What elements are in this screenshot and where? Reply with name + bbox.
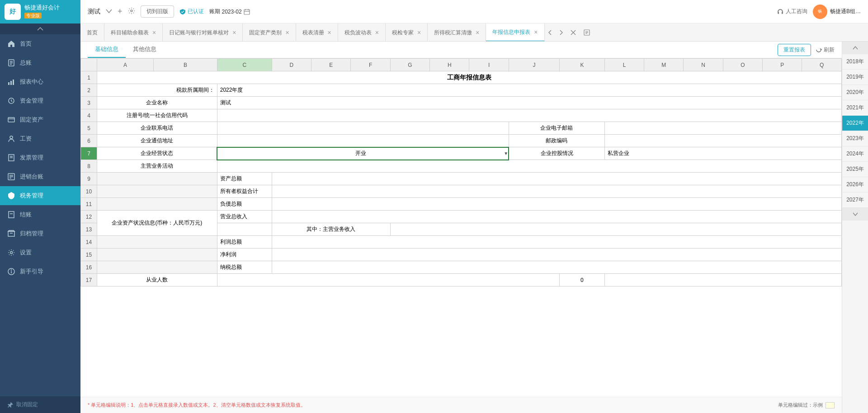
sidebar-item-close[interactable]: 结账 [0, 205, 80, 224]
spreadsheet-wrapper[interactable]: A B C D E F G H I J K L [80, 58, 842, 397]
sidebar-item-settings[interactable]: 设置 [0, 243, 80, 262]
cell-7-holding[interactable]: 私营企业 [604, 147, 841, 160]
refresh-btn[interactable]: 刷新 [816, 46, 835, 54]
col-header-n[interactable]: N [684, 59, 723, 71]
col-header-a[interactable]: A [97, 59, 154, 71]
sidebar-item-archive[interactable]: 归档管理 [0, 224, 80, 243]
col-header-c[interactable]: C [217, 59, 272, 71]
tab-close-aux[interactable]: × [152, 29, 156, 36]
cell-13-value[interactable] [390, 223, 841, 236]
sidebar-item-salary[interactable]: 工资 [0, 129, 80, 148]
tab-taxform[interactable]: 税表清册 × [296, 23, 338, 42]
sidebar-item-invoice[interactable]: 发票管理 [0, 148, 80, 167]
cell-5-phone[interactable] [217, 122, 509, 135]
cell-6-zip[interactable] [604, 135, 841, 147]
tab-close-income[interactable]: × [476, 29, 479, 36]
year-item-2021[interactable]: 2021年 [842, 100, 868, 116]
tab-close-journal[interactable]: × [232, 29, 236, 36]
year-item-2018[interactable]: 2018年 [842, 54, 868, 70]
sidebar-item-ledger[interactable]: 总账 [0, 53, 80, 72]
sidebar-item-report[interactable]: 报表中心 [0, 72, 80, 91]
tab-expand-btn[interactable] [580, 23, 594, 42]
col-header-o[interactable]: O [723, 59, 762, 71]
cell-14-value[interactable] [272, 236, 841, 249]
topbar-settings-btn[interactable] [128, 7, 135, 16]
cell-10-value[interactable] [272, 185, 841, 198]
col-header-j[interactable]: J [509, 59, 559, 71]
cell-6-address[interactable] [217, 135, 509, 147]
cell-15-value[interactable] [272, 249, 841, 261]
col-header-m[interactable]: M [644, 59, 684, 71]
topbar-service-btn[interactable]: 人工咨询 [777, 8, 807, 15]
sidebar-item-tax[interactable]: 税务管理 [0, 186, 80, 205]
topbar-user[interactable]: 畅 畅捷通B组… [813, 5, 861, 19]
tab-close-taxwave[interactable]: × [375, 29, 379, 36]
tab-income[interactable]: 所得税汇算清缴 × [428, 23, 486, 42]
switch-old-btn[interactable]: 切到旧版 [141, 5, 174, 18]
cell-5-email[interactable] [604, 122, 841, 135]
year-item-2026[interactable]: 2026年 [842, 177, 868, 192]
sidebar-item-guide[interactable]: 新手引导 [0, 262, 80, 281]
year-item-2025[interactable]: 2025年 [842, 162, 868, 177]
year-panel-scroll-down[interactable] [842, 208, 868, 221]
tab-close-fixed[interactable]: × [285, 29, 289, 36]
col-header-q[interactable]: Q [802, 59, 842, 71]
col-header-h[interactable]: H [430, 59, 469, 71]
sheet-tab-basic[interactable]: 基础信息 [88, 42, 126, 58]
cell-17-rest[interactable] [604, 274, 841, 286]
cell-3-value[interactable]: 测试 [217, 97, 841, 109]
year-item-2020[interactable]: 2020年 [842, 85, 868, 100]
col-header-l[interactable]: L [604, 59, 644, 71]
year-item-2022[interactable]: 2022年 [842, 116, 868, 131]
tab-prev-btn[interactable] [545, 23, 556, 42]
col-header-b[interactable]: B [154, 59, 217, 71]
cell-16-value[interactable] [272, 261, 841, 274]
tab-close-annual[interactable]: × [534, 28, 538, 36]
tab-journal[interactable]: 日记账与银行对账单核对 × [163, 23, 243, 42]
tab-fixed[interactable]: 固定资产类别 × [243, 23, 296, 42]
col-header-f[interactable]: F [351, 59, 390, 71]
col-header-k[interactable]: K [560, 59, 605, 71]
tab-annual[interactable]: 年报信息申报表 × [486, 23, 544, 42]
cell-9-value[interactable] [272, 173, 841, 185]
col-header-d[interactable]: D [272, 59, 311, 71]
topbar-add-btn[interactable]: + [118, 7, 123, 16]
sidebar-scroll-up[interactable] [0, 23, 80, 34]
year-panel-scroll-up[interactable] [842, 42, 868, 54]
tab-close-taxcheck[interactable]: × [417, 29, 421, 36]
col-header-g[interactable]: G [390, 59, 429, 71]
col-header-i[interactable]: I [469, 59, 509, 71]
cell-12-value[interactable] [272, 211, 841, 223]
sidebar-item-home[interactable]: 首页 [0, 34, 80, 53]
topbar-dropdown-icon[interactable] [106, 9, 112, 15]
tab-aux[interactable]: 科目辅助余额表 × [104, 23, 163, 42]
sidebar-item-fund[interactable]: 资金管理 [0, 91, 80, 110]
cell-7-status[interactable]: 开业 ▼ [217, 147, 509, 160]
tab-home[interactable]: 首页 [80, 23, 104, 42]
year-item-2027[interactable]: 2027年 [842, 192, 868, 208]
col-header-e[interactable]: E [311, 59, 351, 71]
tab-next-btn[interactable] [556, 23, 566, 42]
sidebar-item-asset[interactable]: 固定资产 [0, 110, 80, 129]
year-panel-collapse-btn[interactable] [842, 216, 842, 239]
cell-2-value[interactable]: 2022年度 [217, 84, 841, 97]
tab-close-taxform[interactable]: × [328, 29, 331, 36]
reset-btn[interactable]: 重置报表 [778, 44, 811, 56]
cell-1-title[interactable]: 工商年报信息表 [97, 71, 842, 84]
cell-8-value[interactable] [217, 160, 841, 173]
year-item-2019[interactable]: 2019年 [842, 70, 868, 85]
year-item-2023[interactable]: 2023年 [842, 131, 868, 146]
tab-taxwave[interactable]: 税负波动表 × [338, 23, 386, 42]
sidebar-pin-btn[interactable]: 取消固定 [0, 396, 80, 413]
cell-17-empty[interactable] [217, 274, 559, 286]
calendar-icon[interactable] [244, 9, 250, 15]
cell-17-value[interactable]: 0 [560, 274, 605, 286]
cell-11-value[interactable] [272, 198, 841, 211]
sidebar-item-purchase[interactable]: 进销台账 [0, 167, 80, 186]
cell-4-value[interactable] [217, 109, 841, 122]
tab-taxcheck[interactable]: 税检专家 × [386, 23, 428, 42]
sheet-tab-other[interactable]: 其他信息 [126, 42, 164, 58]
col-header-p[interactable]: P [763, 59, 802, 71]
tab-close-all-btn[interactable] [566, 23, 580, 42]
year-item-2024[interactable]: 2024年 [842, 146, 868, 162]
